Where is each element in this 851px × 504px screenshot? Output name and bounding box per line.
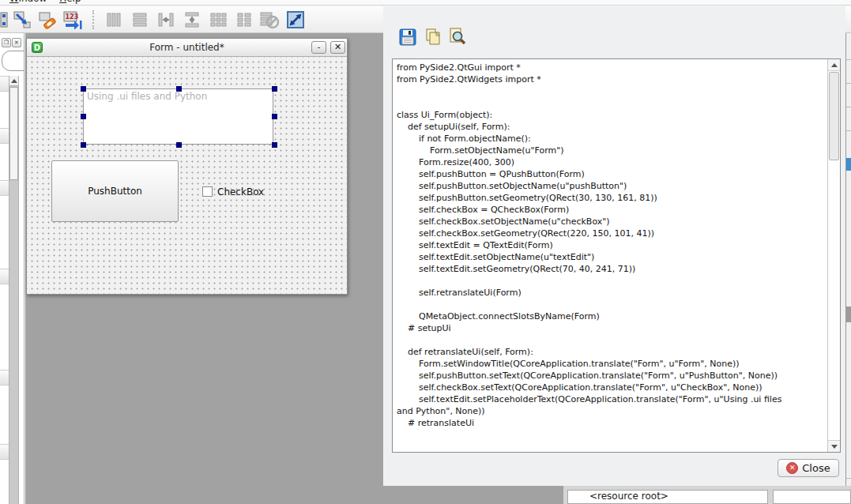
selection-handle[interactable] [272, 142, 277, 148]
dock-float-button[interactable]: ❐ [2, 38, 11, 47]
lay-out-horizontally-button[interactable] [103, 9, 125, 31]
selection-handle[interactable] [272, 86, 277, 92]
code-line [397, 275, 825, 287]
code-line [397, 97, 825, 109]
code-line [397, 334, 825, 346]
code-line: from PySide2.QtWidgets import * [397, 73, 825, 85]
code-text: from PySide2.QtGui import *from PySide2.… [397, 62, 825, 450]
lay-out-vertical-splitter-button[interactable] [181, 9, 203, 31]
copy-code-button[interactable] [422, 26, 444, 48]
property-group-row [846, 307, 851, 322]
form-close-button[interactable]: ✕ [330, 41, 345, 54]
code-line: self.checkBox.setText(QCoreApplication.t… [397, 382, 825, 393]
widget-category[interactable] [0, 180, 9, 196]
dock-close-button[interactable]: ✕ [12, 38, 21, 47]
close-button-label: Close [802, 462, 830, 474]
code-line: self.checkBox.setGeometry(QRect(220, 150… [397, 228, 825, 239]
code-line: self.pushButton.setGeometry(QRect(30, 13… [397, 192, 825, 204]
selection-handle[interactable] [176, 142, 182, 148]
edit-widgets-button[interactable] [0, 9, 10, 31]
edit-signals-slots-button[interactable] [11, 9, 33, 31]
code-view[interactable]: from PySide2.QtGui import *from PySide2.… [392, 58, 841, 453]
close-dialog-button[interactable]: ✕ Close [778, 459, 839, 477]
menu-help[interactable]: Help [59, 0, 81, 4]
edit-tab-order-button[interactable]: 123 [62, 9, 84, 31]
pushbutton-widget[interactable]: PushButton [51, 160, 179, 222]
widget-category[interactable] [0, 444, 9, 460]
adjust-size-button[interactable] [284, 9, 307, 31]
code-line: self.checkBox = QCheckBox(Form) [397, 204, 825, 216]
property-row-divider [846, 107, 851, 107]
form-designer-window: D Form - untitled* - ✕ Using .ui files a… [26, 38, 348, 295]
code-line [397, 299, 825, 310]
checkbox-label: CheckBox [217, 186, 264, 197]
close-x-icon: ✕ [786, 462, 798, 474]
selection-handle[interactable] [176, 86, 182, 92]
selection-handle[interactable] [81, 114, 86, 119]
scroll-up-arrow-icon[interactable] [828, 59, 840, 71]
edit-buddies-button[interactable] [37, 9, 59, 31]
form-minimize-button[interactable]: - [311, 41, 326, 54]
code-line: # retranslateUi [397, 417, 825, 429]
checkbox-widget[interactable]: CheckBox [202, 175, 282, 208]
selection-handle[interactable] [81, 86, 86, 92]
code-line: # setupUi [397, 322, 825, 334]
widget-category[interactable] [0, 370, 9, 386]
property-editor-sliver [845, 33, 851, 486]
code-line: class Ui_Form(object): [397, 109, 825, 121]
code-scrollbar[interactable] [827, 59, 840, 452]
widget-category[interactable] [0, 269, 9, 284]
property-row-divider [846, 83, 851, 84]
resource-root-label[interactable]: <resource root> [589, 491, 668, 502]
code-line: if not Form.objectName(): [397, 133, 825, 145]
save-icon [398, 28, 417, 47]
form-canvas[interactable]: Using .ui files and Python PushButton Ch… [27, 57, 347, 294]
menu-window[interactable]: WWindowindow [9, 0, 47, 4]
widget-filter-input[interactable] [2, 51, 24, 71]
code-line: from PySide2.QtGui import * [397, 62, 825, 73]
lay-out-form-button[interactable] [233, 9, 255, 31]
lay-out-horizontal-splitter-button[interactable] [155, 9, 177, 31]
adjust-size-icon [286, 10, 305, 29]
code-line: self.textEdit.setGeometry(QRect(70, 40, … [397, 263, 825, 275]
lay-out-vertically-icon [130, 10, 149, 29]
scrollbar-thumb[interactable] [9, 87, 18, 180]
selection-handle[interactable] [272, 114, 277, 119]
code-line: and Python", None)) [397, 405, 825, 417]
code-line: self.pushButton.setObjectName(u"pushButt… [397, 180, 825, 192]
lay-out-grid-button[interactable] [207, 9, 229, 31]
save-code-button[interactable] [397, 26, 419, 48]
textedit-widget[interactable]: Using .ui files and Python [83, 88, 273, 145]
resource-tree[interactable]: <resource root> [567, 490, 768, 504]
widget-box-scrollbar[interactable] [9, 76, 19, 504]
svg-text:123: 123 [66, 13, 79, 21]
widget-box-panel: ❐ ✕ [0, 33, 24, 504]
checkbox-box[interactable] [202, 186, 213, 197]
pushbutton-label: PushButton [88, 186, 142, 197]
form-window-title: Form - untitled* [27, 42, 347, 53]
selection-handle[interactable] [81, 142, 86, 148]
code-line: self.textEdit.setObjectName(u"textEdit") [397, 251, 825, 263]
code-line: self.textEdit = QTextEdit(Form) [397, 239, 825, 251]
widget-category[interactable] [0, 76, 9, 92]
toolbar-separator [92, 10, 94, 29]
view-code-dialog: from PySide2.QtGui import *from PySide2.… [383, 6, 845, 486]
edit-signals-slots-icon [13, 10, 32, 29]
code-line: Form.setWindowTitle(QCoreApplication.tra… [397, 358, 825, 370]
lay-out-vertically-button[interactable] [129, 9, 151, 31]
scrollbar-thumb[interactable] [829, 72, 839, 160]
find-in-code-button[interactable] [446, 26, 469, 48]
break-layout-button[interactable] [258, 9, 281, 31]
code-line: Form.setObjectName(u"Form") [397, 145, 825, 156]
form-window-titlebar[interactable]: D Form - untitled* - ✕ [27, 39, 347, 57]
property-row-divider [846, 59, 851, 60]
resource-detail-panel [773, 490, 851, 504]
scroll-up-arrow-icon[interactable] [9, 76, 18, 86]
widget-category[interactable] [0, 128, 9, 144]
lay-out-vertical-splitter-icon [183, 10, 201, 29]
scroll-down-arrow-icon[interactable] [828, 440, 840, 452]
code-line: def setupUi(self, Form): [397, 121, 825, 133]
menu-bar: WWindowindow Help [0, 0, 851, 6]
property-row-divider [846, 130, 851, 131]
property-selected-row[interactable] [846, 158, 851, 171]
